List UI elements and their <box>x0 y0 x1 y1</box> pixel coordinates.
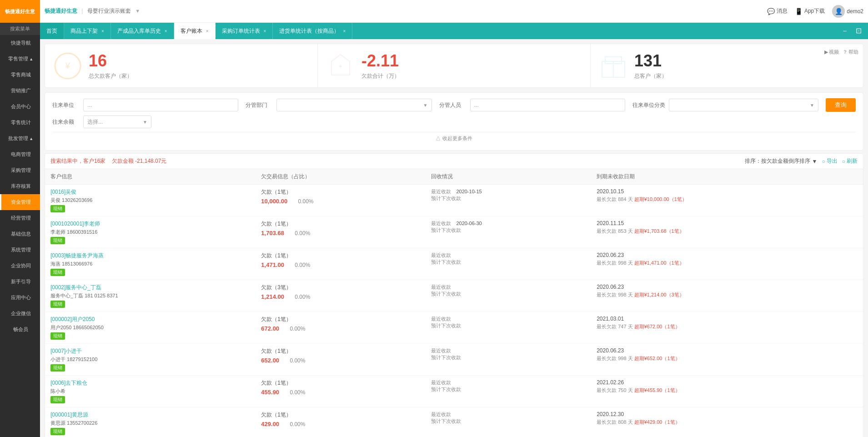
recovery-info: 最近收款 <box>431 316 586 322</box>
debt-count: 欠款（1笔） <box>261 220 420 228</box>
collapse-btn[interactable]: △ 收起更多条件 <box>52 132 856 145</box>
customer-id[interactable]: [000002]用户2050 <box>50 316 250 323</box>
tab-incoming[interactable]: 进货单统计表（按商品）× <box>273 23 352 39</box>
tab-close-incoming[interactable]: × <box>343 29 346 34</box>
sidebar-item-yingyong[interactable]: 应用中心 <box>0 290 40 306</box>
overdue-link[interactable]: 超期¥1,471.00（1笔） <box>634 260 684 266</box>
filter-section: 往来单位 ... 分管部门 ▼ 分管人员 <box>45 92 863 151</box>
help-action[interactable]: ？ 帮助 <box>843 49 858 55</box>
overdue-link[interactable]: 超期¥429.00（1笔） <box>634 419 680 425</box>
logo-text: 畅捷通好生意 <box>5 8 35 15</box>
sidebar-item-diangshang[interactable]: 电商管理 <box>0 146 40 162</box>
topbar-user[interactable]: 👤 demo2 <box>832 5 863 18</box>
export-icon: ○ <box>822 158 825 165</box>
video-action[interactable]: ▶ 视频 <box>824 49 839 55</box>
customer-id[interactable]: [0007]小进干 <box>50 347 250 355</box>
table-section: 搜索结果中，客户16家 欠款金额 -21,148.07元 排序：按欠款金额倒序排… <box>45 153 863 437</box>
next-payment: 预计下次收款 <box>431 354 586 361</box>
search-button[interactable]: 查询 <box>826 98 856 112</box>
tab-close-customer[interactable]: × <box>206 29 209 34</box>
customer-id[interactable]: [0006]去下粮仓 <box>50 379 250 387</box>
tab-label-incoming: 进货单统计表（按商品） <box>279 27 339 35</box>
debt-amount[interactable]: 652.00 <box>261 357 279 364</box>
sort-select[interactable]: 排序：按欠款金额倒序排序 ▼ <box>745 157 818 165</box>
overdue-link[interactable]: 超期¥652.00（1笔） <box>634 356 680 361</box>
topbar-message[interactable]: 💬 消息 <box>767 7 788 15</box>
tab-close-products[interactable]: × <box>101 29 104 34</box>
sidebar-item-yingxiao[interactable]: 营销推广 <box>0 83 40 99</box>
debt-pct: 0.00% <box>298 198 314 205</box>
tab-customer[interactable]: 客户账本× <box>174 23 216 39</box>
topbar-right: 💬 消息 📱 App下载 👤 demo2 <box>767 5 863 18</box>
debt-amount[interactable]: 1,214.00 <box>261 293 284 300</box>
manager-input[interactable]: ... <box>470 99 625 111</box>
debt-amount[interactable]: 455.90 <box>261 389 279 396</box>
from-unit-input[interactable]: ... <box>83 99 238 111</box>
dept-select[interactable]: ▼ <box>276 99 431 111</box>
debt-pct: 0.00% <box>290 326 305 332</box>
sidebar-item-zijin[interactable]: 资金管理 <box>0 194 40 210</box>
topbar: 畅捷通好生意 | 母婴行业演示账套 ▼ 💬 消息 📱 App下载 👤 <box>40 0 868 23</box>
next-payment: 预计下次收款 <box>431 195 586 202</box>
debt-pct: 0.00% <box>295 294 310 300</box>
tab-purchase[interactable]: 采购订单统计表× <box>216 23 273 39</box>
sidebar-item-qiyeweixin[interactable]: 企业微信 <box>0 306 40 321</box>
sidebar-item-lingshouchan[interactable]: 零售商城 <box>0 67 40 83</box>
sidebar-item-xinshou[interactable]: 新手引导 <box>0 274 40 290</box>
unit-category-label: 往来单位分类 <box>632 101 665 109</box>
sidebar-search[interactable]: 搜索菜单 <box>0 23 40 35</box>
sidebar-item-kuaijie[interactable]: 快捷导航 <box>0 35 40 51</box>
filter-manager: 分管人员 ... <box>439 99 625 111</box>
tab-close-production[interactable]: × <box>165 29 167 34</box>
overdue-link[interactable]: 超期¥455.90（1笔） <box>634 387 680 393</box>
search-info: 搜索结果中，客户16家 欠款金额 -21,148.07元 <box>50 157 166 165</box>
sidebar-item-lingshouguan[interactable]: 零售管理 ▲ <box>0 51 40 67</box>
brand-label: 母婴行业演示账套 <box>87 8 131 14</box>
customer-id[interactable]: [0016]吴俊 <box>50 188 250 196</box>
overdue-date: 2020.06.23 <box>597 252 858 258</box>
sidebar-item-changhui[interactable]: 畅会员 <box>0 321 40 337</box>
customer-id[interactable]: [0002]服务中心_丁磊 <box>50 284 250 291</box>
tabbar-maximize[interactable]: ⊡ <box>853 25 864 37</box>
balance-select[interactable]: 选择... ▼ <box>83 116 151 128</box>
sidebar-item-qiye[interactable]: 企业协同 <box>0 258 40 274</box>
sidebar-item-pifaguan[interactable]: 批发管理 ▲ <box>0 131 40 146</box>
search-menu-label[interactable]: 搜索菜单 <box>3 25 37 32</box>
tabbar-minimize[interactable]: － <box>838 25 851 37</box>
overdue-link[interactable]: 超期¥672.00（1笔） <box>634 324 680 329</box>
sidebar-item-lingshoutong[interactable]: 零售统计 <box>0 115 40 131</box>
customer-id[interactable]: [0001020001]李老师 <box>50 220 250 228</box>
sidebar-item-jingying[interactable]: 经营管理 <box>0 210 40 226</box>
customer-badge: 现销 <box>50 269 65 276</box>
next-payment: 预计下次收款 <box>431 386 586 393</box>
sidebar-item-huiyuan[interactable]: 会员中心 <box>0 99 40 115</box>
table-actions: 排序：按欠款金额倒序排序 ▼ ○ 导出 ○ 刷新 <box>745 157 858 165</box>
sidebar-item-jichu[interactable]: 基础信息 <box>0 226 40 242</box>
overdue-link[interactable]: 超期¥1,703.68（1笔） <box>634 228 684 234</box>
topbar-app-download[interactable]: 📱 App下载 <box>795 7 825 15</box>
last-payment-date: 2020-06-30 <box>456 221 482 226</box>
export-btn[interactable]: ○ 导出 <box>822 157 838 165</box>
customer-id[interactable]: [000001]黄思源 <box>50 411 250 419</box>
tab-home[interactable]: 首页 <box>40 23 64 39</box>
sidebar-item-xitong[interactable]: 系统管理 <box>0 242 40 258</box>
main-area: 畅捷通好生意 | 母婴行业演示账套 ▼ 💬 消息 📱 App下载 👤 <box>40 0 868 437</box>
debt-amount[interactable]: 429.00 <box>261 421 279 427</box>
tab-production[interactable]: 产成品入库单历史× <box>111 23 174 39</box>
customer-name: 李老师 18600391516 <box>50 229 250 236</box>
tab-close-purchase[interactable]: × <box>264 29 266 34</box>
phone-icon: 📱 <box>795 8 803 15</box>
tab-products[interactable]: 商品上下架× <box>64 23 111 39</box>
overdue-link[interactable]: 超期¥1,214.00（3笔） <box>634 292 684 297</box>
unit-category-select[interactable]: ▼ <box>669 99 818 111</box>
debt-amount[interactable]: 672.00 <box>261 325 279 332</box>
debt-amount[interactable]: 1,471.00 <box>261 261 284 268</box>
stat-debt-amount-text: -2.11 欠款合计（万） <box>361 51 400 80</box>
debt-amount[interactable]: 10,000.00 <box>261 198 287 205</box>
debt-amount[interactable]: 1,703.68 <box>261 230 284 236</box>
customer-id[interactable]: [0003]畅捷服务尹海蒸 <box>50 252 250 260</box>
sidebar-item-kucun[interactable]: 库存核算 <box>0 178 40 194</box>
refresh-btn[interactable]: ○ 刷新 <box>842 157 858 165</box>
sidebar-item-caigou[interactable]: 采购管理 <box>0 162 40 178</box>
overdue-link[interactable]: 超期¥10,000.00（1笔） <box>634 196 687 202</box>
